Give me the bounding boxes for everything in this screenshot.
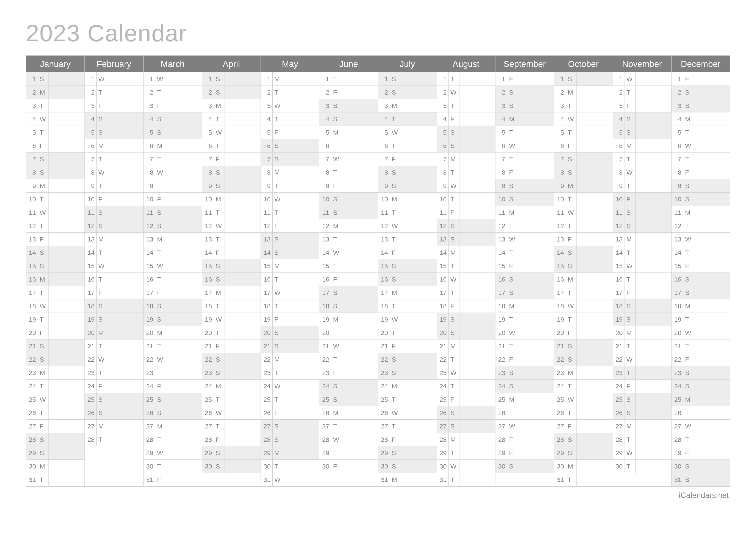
day-cell: 5S [613,126,671,139]
day-number: 20 [437,326,449,339]
day-number: 9 [85,179,96,192]
day-note [518,246,554,259]
day-note [694,206,730,219]
day-of-week: S [507,86,518,99]
day-of-week: S [155,393,166,406]
day-number: 12 [261,219,273,232]
day-of-week: F [273,313,284,326]
day-of-week: M [214,99,225,112]
day-of-week: M [566,86,577,99]
day-number: 19 [319,313,331,326]
day-cell: 16S [202,273,260,286]
day-of-week: T [273,366,284,379]
day-cell: 8F [671,166,730,179]
day-number: 22 [613,353,625,366]
day-note [284,420,319,433]
day-of-week: F [566,233,577,246]
day-number: 9 [26,179,38,192]
day-note [694,99,730,112]
day-cell: 24T [26,380,85,393]
day-cell: 22M [261,353,319,366]
day-of-week: F [390,433,401,446]
day-cell: 15S [554,259,612,273]
day-of-week: S [683,473,694,486]
day-of-week: S [155,113,166,126]
day-note [694,380,730,393]
day-cell: 12S [613,219,671,233]
day-cell: 22S [378,353,437,366]
day-cell: 3T [26,99,85,113]
day-number: 13 [261,233,273,246]
day-number: 5 [202,126,214,139]
day-cell: 13T [202,233,260,246]
day-number: 23 [261,366,273,379]
day-cell: 10S [496,192,554,206]
day-number: 13 [319,233,331,246]
day-number: 17 [496,286,507,299]
day-number: 25 [319,393,331,406]
day-number: 18 [378,299,390,313]
day-cell: 26F [261,406,319,420]
day-of-week: T [625,366,635,379]
day-of-week: S [390,460,401,473]
day-cell: 11M [671,206,730,219]
day-number: 17 [319,286,331,299]
day-number: 14 [378,246,390,259]
day-number: 26 [554,406,566,420]
day-number: 30 [202,460,214,473]
day-number: 29 [144,446,155,459]
day-of-week: M [507,113,518,126]
day-of-week: S [390,259,401,272]
day-number: 30 [554,460,566,473]
day-number: 25 [202,393,214,406]
day-cell: 10S [319,192,378,206]
day-cell: 1S [378,72,437,86]
day-note [166,99,202,112]
day-note [518,273,554,286]
day-cell: 2M [26,86,85,99]
day-number: 14 [437,246,449,259]
day-note [166,473,202,486]
day-cell: 4W [554,113,612,126]
day-cell: 2F [319,86,378,99]
day-cell: 10W [261,192,319,206]
day-note [694,353,730,366]
day-number: 25 [26,393,38,406]
day-of-week: M [683,113,694,126]
day-number: 1 [85,72,96,86]
day-cell: 13M [144,233,202,246]
day-note [166,179,202,192]
month-column: November1W2T3F4S5S6M7T8W9T10F11S12S13M14… [613,56,671,486]
day-cell: 10F [144,192,202,206]
day-cell: 15F [496,259,554,273]
day-of-week: T [507,340,518,353]
day-number: 14 [26,246,38,259]
day-cell: 25S [319,393,378,406]
day-cell: 22S [554,353,612,366]
day-note [518,326,554,339]
day-note [577,406,612,420]
day-cell: 20M [85,326,143,340]
day-cell: 17S [319,286,378,299]
day-number: 14 [554,246,566,259]
day-note [166,86,202,99]
day-note [107,326,143,339]
day-of-week: T [155,340,166,353]
day-of-week: F [507,72,518,86]
day-of-week: T [625,86,635,99]
day-cell: 22F [671,353,730,366]
day-of-week: M [625,233,635,246]
day-note [518,192,554,206]
day-note [342,286,378,299]
day-number: 5 [85,126,96,139]
day-of-week: T [449,353,459,366]
day-of-week: T [683,433,694,446]
day-note [49,166,85,179]
day-number: 23 [671,366,683,379]
day-cell: 24F [144,380,202,393]
day-note [225,366,260,379]
day-number: 23 [26,366,38,379]
day-note [107,273,143,286]
day-of-week: S [96,299,107,313]
day-of-week: W [155,446,166,459]
